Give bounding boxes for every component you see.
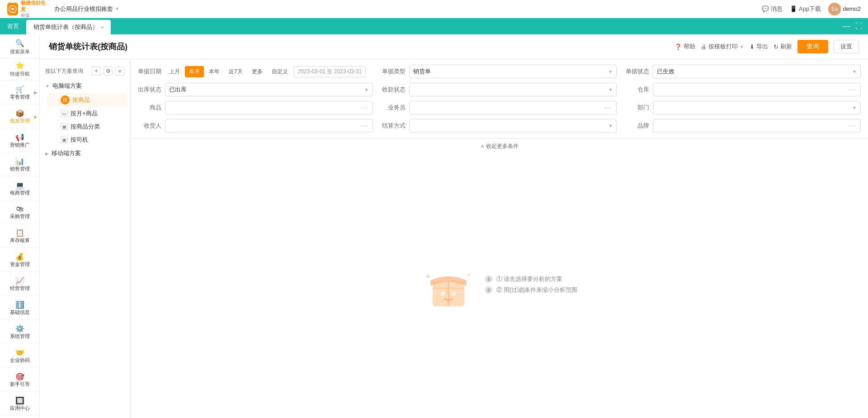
tab-home[interactable]: 首页 <box>0 18 26 34</box>
purchase-icon: 🛍 <box>2 205 38 213</box>
left-panel-header: 按以下方案查询 + ⚙ « <box>40 64 130 78</box>
export-icon: ⬇ <box>750 43 755 50</box>
export-button[interactable]: ⬇ 导出 <box>750 43 768 51</box>
brand-dots-icon: ··· <box>849 122 857 129</box>
tab-minimize-icon[interactable]: — <box>841 20 852 32</box>
header-middle: 办公用品行业模拟账套 ▼ <box>47 5 762 13</box>
print-dropdown-icon: ▼ <box>740 44 744 49</box>
sidebar-item-sales[interactable]: 📊 销售管理 <box>0 152 39 176</box>
scheme-icon-3: ▣ <box>61 136 68 143</box>
doc-type-caret-icon: ▼ <box>608 69 613 74</box>
scheme-icon-1: ㎞ <box>61 110 68 117</box>
tab-maximize-icon[interactable]: ⛶ <box>854 20 864 32</box>
empty-illustration: ✦ ✦ · <box>421 263 467 309</box>
retail-icon: 🛒 <box>2 85 38 94</box>
brand-control[interactable]: ··· <box>653 119 861 133</box>
salesperson-field: 业务员 ··· <box>382 101 617 114</box>
ecommerce-icon: 💻 <box>2 181 38 190</box>
desktop-scheme-group[interactable]: ▼ 电脑端方案 <box>40 80 130 92</box>
sidebar-item-collab[interactable]: 🤝 企业协同 <box>0 344 39 368</box>
scheme-by-driver[interactable]: ▣ 按司机 <box>47 133 127 146</box>
goods-control[interactable]: ··· <box>165 101 373 114</box>
scheme-settings-button[interactable]: ⚙ <box>104 66 113 76</box>
mobile-scheme-group[interactable]: ▶ 移动端方案 <box>40 147 130 159</box>
app-download-button[interactable]: 📱 App下载 <box>790 5 821 13</box>
date-control[interactable]: 上月 本月 本年 近7天 更多 自定义 2023-03-01 至 2023-03… <box>165 66 373 77</box>
messages-button[interactable]: 💬 消息 <box>762 5 783 13</box>
tab-close-icon[interactable]: × <box>101 24 104 30</box>
scheme-by-goods[interactable]: 按 按商品 <box>47 93 127 107</box>
guide-icon: 🎯 <box>2 372 38 381</box>
desktop-scheme-children: 按 按商品 ㎞ 按月+商品 ▣ 按商品分类 ▣ <box>40 92 130 147</box>
scheme-by-category[interactable]: ▣ 按商品分类 <box>47 120 127 133</box>
date-tab-this-year[interactable]: 本年 <box>205 66 224 77</box>
filter-rows: 单据日期 上月 本月 本年 近7天 更多 自定义 20 <box>131 59 868 138</box>
sidebar-item-basics[interactable]: ℹ️ 基础信息 <box>0 296 39 320</box>
retail-arrow-icon: ▶ <box>34 90 38 95</box>
payment-status-control[interactable]: ▼ <box>409 83 617 96</box>
date-tab-7days[interactable]: 近7天 <box>225 66 247 77</box>
print-button[interactable]: 🖨 按模板打印 ▼ <box>701 43 744 51</box>
tab-active[interactable]: 销货单统计表（按商品） × <box>26 20 111 34</box>
date-tab-this-month[interactable]: 本月 <box>185 66 204 77</box>
svg-point-5 <box>452 291 456 296</box>
sidebar-item-guide[interactable]: 🎯 新手引导 <box>0 368 39 392</box>
warehouse-field: 仓库 ··· <box>626 83 861 96</box>
sidebar-item-wecom[interactable]: 💬 企业微信 <box>0 416 39 418</box>
date-tab-custom[interactable]: 自定义 <box>268 66 292 77</box>
sidebar-search[interactable]: 🔍 搜索菜单 <box>0 34 39 58</box>
search-icon: 🔍 <box>4 39 36 48</box>
date-tab-more[interactable]: 更多 <box>248 66 267 77</box>
doc-type-control[interactable]: 销货单 ▼ <box>409 65 617 78</box>
panel-layout: 按以下方案查询 + ⚙ « ▼ 电脑端方案 按 按商品 <box>40 59 868 418</box>
salesperson-control[interactable]: ··· <box>409 101 617 114</box>
page-header: 销货单统计表(按商品) ❓ 帮助 🖨 按模板打印 ▼ ⬇ 导出 ↻ 刷新 <box>40 34 868 59</box>
settings-button[interactable]: 设置 <box>834 40 859 53</box>
scheme-tree: ▼ 电脑端方案 按 按商品 ㎞ 按月+商品 ▣ <box>40 78 130 161</box>
sidebar-item-finance[interactable]: 💰 资金管理 <box>0 248 39 272</box>
help-button[interactable]: ❓ 帮助 <box>675 43 695 51</box>
department-caret-icon: ▼ <box>852 105 857 110</box>
payment-status-field: 收款状态 ▼ <box>382 83 617 96</box>
add-scheme-button[interactable]: + <box>92 66 101 76</box>
sidebar-item-quicknav[interactable]: ⭐ 快捷导航 <box>0 58 39 81</box>
tab-bar: 首页 销货单统计表（按商品） × — ⛶ <box>0 18 868 34</box>
content-area: 销货单统计表(按商品) ❓ 帮助 🖨 按模板打印 ▼ ⬇ 导出 ↻ 刷新 <box>40 34 868 418</box>
sidebar-item-system[interactable]: ⚙️ 系统管理 <box>0 320 39 344</box>
marketing-icon: 📢 <box>2 133 38 142</box>
date-tab-last-month[interactable]: 上月 <box>165 66 184 77</box>
sidebar-item-operations[interactable]: 📈 经营管理 <box>0 272 39 296</box>
receiver-dots-icon: ··· <box>361 122 369 129</box>
sidebar-item-apps[interactable]: 🔲 应用中心 <box>0 392 39 416</box>
print-icon: 🖨 <box>701 43 707 50</box>
settlement-control[interactable]: ▼ <box>409 119 617 133</box>
sidebar-item-ecommerce[interactable]: 💻 电商管理 <box>0 176 39 200</box>
date-tabs: 上月 本月 本年 近7天 更多 自定义 <box>165 66 292 77</box>
sidebar-item-retail[interactable]: 🛒 零售管理 ▶ <box>0 81 39 104</box>
filter-row-2: 出库状态 已出库 ▼ 收款状态 ▼ <box>138 83 861 96</box>
sidebar-item-marketing[interactable]: 📢 营销推广 <box>0 128 39 152</box>
refresh-button[interactable]: ↻ 刷新 <box>774 43 792 51</box>
collapse-filter-button[interactable]: ∧ 收起更多条件 <box>131 138 868 154</box>
department-control[interactable]: ▼ <box>653 101 861 114</box>
stock-status-field: 出库状态 已出库 ▼ <box>138 83 373 96</box>
workspace-dropdown[interactable]: 办公用品行业模拟账套 ▼ <box>54 5 119 13</box>
collapse-panel-button[interactable]: « <box>115 66 124 76</box>
empty-hint-2: ② ② 用[过滤]条件来缩小分析范围 <box>485 286 578 294</box>
sidebar-item-purchase[interactable]: 🛍 采购管理 <box>0 200 39 224</box>
receiver-control[interactable]: ··· <box>165 119 373 133</box>
sidebar: 🔍 搜索菜单 ⭐ 快捷导航 🛒 零售管理 ▶ 📦 批发管理 ▲ 📢 营销推广 📊… <box>0 34 40 418</box>
svg-text:✦: ✦ <box>467 272 471 278</box>
date-range-display[interactable]: 2023-03-01 至 2023-03-31 <box>294 66 366 77</box>
query-button[interactable]: 查询 <box>797 40 828 53</box>
scheme-by-month-goods[interactable]: ㎞ 按月+商品 <box>47 107 127 120</box>
doc-status-control[interactable]: 已生效 ▼ <box>653 65 861 78</box>
apps-icon: 🔲 <box>2 396 38 405</box>
sidebar-item-wholesale[interactable]: 📦 批发管理 ▲ <box>0 104 39 128</box>
warehouse-control[interactable]: ··· <box>653 83 861 96</box>
stock-status-control[interactable]: 已出库 ▼ <box>165 83 373 96</box>
date-field: 单据日期 上月 本月 本年 近7天 更多 自定义 20 <box>138 66 373 77</box>
sidebar-item-inventory[interactable]: 📋 库存核算 <box>0 224 39 248</box>
user-profile[interactable]: Ea demo2 <box>828 3 861 15</box>
quicknav-icon: ⭐ <box>0 61 39 70</box>
